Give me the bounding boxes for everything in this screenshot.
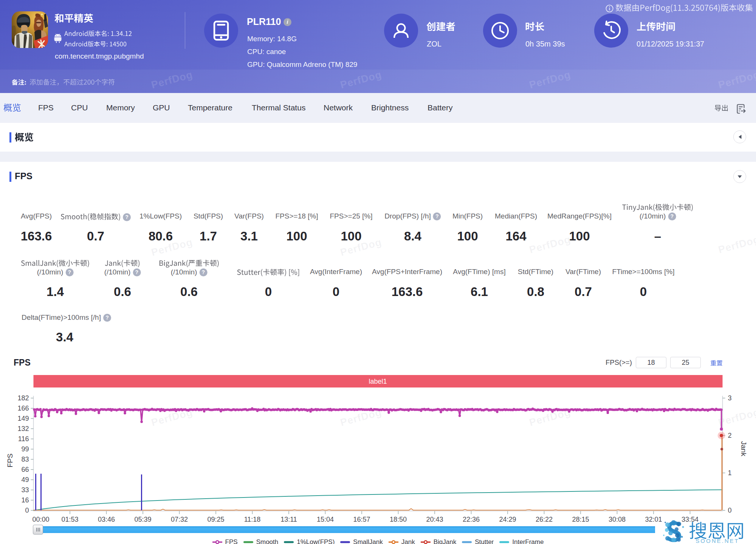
svg-text:0: 0 — [728, 507, 732, 514]
svg-text:18:50: 18:50 — [390, 516, 407, 523]
svg-text:3: 3 — [728, 394, 732, 402]
svg-text:66: 66 — [21, 466, 29, 473]
svg-text:01:53: 01:53 — [61, 516, 78, 523]
svg-text:149: 149 — [17, 415, 29, 422]
svg-text:FPS: FPS — [6, 454, 14, 468]
svg-text:166: 166 — [17, 405, 29, 412]
svg-text:28:15: 28:15 — [572, 516, 589, 523]
svg-text:24:29: 24:29 — [499, 516, 516, 523]
svg-text:132: 132 — [17, 425, 29, 432]
svg-text:Jank: Jank — [740, 441, 748, 457]
svg-text:20:43: 20:43 — [426, 516, 443, 523]
svg-text:22:36: 22:36 — [463, 516, 480, 523]
svg-text:49: 49 — [21, 476, 29, 484]
svg-text:16:57: 16:57 — [353, 516, 370, 523]
svg-text:32:01: 32:01 — [645, 516, 662, 523]
svg-text:07:32: 07:32 — [171, 516, 188, 523]
svg-text:33: 33 — [21, 486, 29, 494]
svg-text:16: 16 — [21, 496, 29, 504]
svg-text:83: 83 — [21, 456, 29, 463]
svg-text:11:18: 11:18 — [244, 516, 261, 523]
svg-text:116: 116 — [18, 435, 29, 443]
svg-text:00:00: 00:00 — [32, 516, 49, 523]
svg-text:26:22: 26:22 — [536, 516, 553, 523]
svg-text:15:04: 15:04 — [317, 516, 334, 523]
svg-text:SOONE.NET: SOONE.NET — [696, 538, 739, 544]
svg-text:13:11: 13:11 — [280, 516, 297, 523]
svg-text:2: 2 — [728, 432, 732, 439]
svg-text:label1: label1 — [369, 378, 387, 385]
svg-text:09:25: 09:25 — [207, 516, 224, 523]
svg-text:0: 0 — [25, 507, 29, 514]
svg-text:1: 1 — [728, 469, 732, 477]
svg-text:99: 99 — [21, 445, 29, 453]
svg-text:05:39: 05:39 — [134, 516, 151, 523]
svg-text:182: 182 — [17, 394, 29, 402]
svg-text:03:46: 03:46 — [98, 516, 115, 523]
svg-text:30:08: 30:08 — [609, 516, 626, 523]
